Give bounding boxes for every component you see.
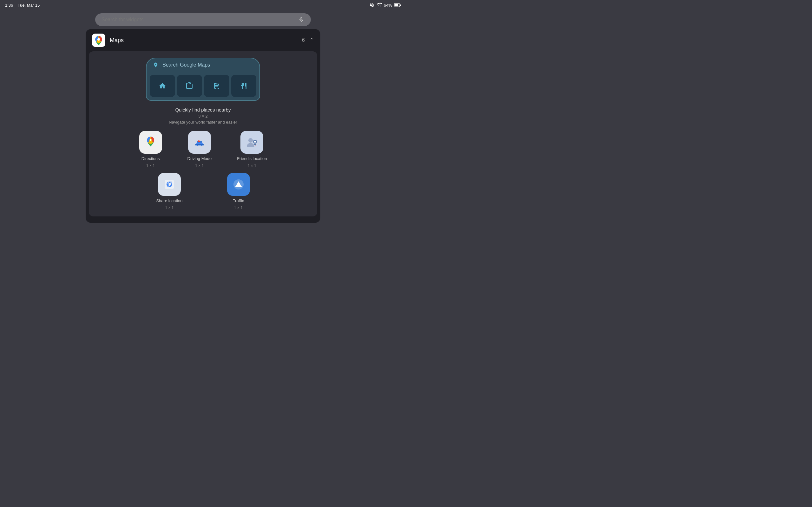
wifi-icon	[376, 3, 382, 8]
driving-size: 1 × 1	[195, 164, 204, 168]
status-icons: 64%	[369, 3, 401, 8]
svg-point-9	[248, 138, 253, 143]
traffic-size: 1 × 1	[234, 206, 243, 210]
home-action-button[interactable]	[150, 75, 175, 97]
battery-icon	[394, 3, 401, 7]
svg-rect-19	[235, 186, 242, 187]
status-time: 1:36 Tue, Mar 15	[5, 3, 40, 8]
svg-rect-1	[394, 4, 398, 6]
gas-station-icon	[213, 82, 220, 90]
maps-header-left: Maps	[92, 34, 124, 47]
mute-icon	[369, 3, 374, 8]
traffic-label: Traffic	[233, 199, 244, 203]
directions-icon-wrap	[139, 131, 162, 154]
directions-label: Directions	[142, 156, 160, 161]
maps-widget-container: Maps 6 ⌃ Search Google Maps	[86, 29, 320, 223]
share-size: 1 × 1	[165, 206, 173, 210]
svg-point-3	[97, 38, 100, 41]
battery-text: 64%	[384, 3, 392, 8]
maps-app-title: Maps	[110, 37, 124, 44]
widgets-row-2: G Share location 1 × 1 Traffic 1 ×	[150, 173, 256, 210]
widget-item-share[interactable]: G Share location 1 × 1	[156, 173, 183, 210]
restaurant-action-button[interactable]	[231, 75, 257, 97]
status-bar: 1:36 Tue, Mar 15 64%	[0, 0, 406, 10]
friends-icon-wrap	[241, 131, 263, 154]
widget-item-traffic[interactable]: Traffic 1 × 1	[227, 173, 250, 210]
svg-rect-14	[165, 180, 174, 189]
widget-preview: Search Google Maps	[89, 51, 317, 216]
gmaps-search-text: Search Google Maps	[162, 62, 210, 68]
maps-logo	[92, 34, 105, 47]
driving-label: Driving Mode	[188, 156, 212, 161]
friends-size: 1 × 1	[248, 164, 256, 168]
widget-desc-text: Navigate your world faster and easier	[169, 120, 237, 124]
share-label: Share location	[156, 199, 183, 203]
gas-action-button[interactable]	[204, 75, 229, 97]
quick-actions-bar	[146, 72, 260, 101]
svg-rect-7	[195, 144, 204, 146]
widget-description: Quickly find places nearby 3 × 2 Navigat…	[169, 107, 237, 124]
widget-item-driving[interactable]: Driving Mode 1 × 1	[188, 131, 212, 168]
svg-point-8	[244, 135, 259, 150]
maps-header-right: 6 ⌃	[302, 37, 314, 44]
directions-size: 1 × 1	[146, 164, 155, 168]
widget-item-directions[interactable]: Directions 1 × 1	[139, 131, 162, 168]
date: Tue, Mar 15	[18, 3, 40, 8]
home-icon	[159, 82, 166, 90]
svg-rect-2	[400, 4, 401, 6]
widget-item-friends[interactable]: Friend's location 1 × 1	[237, 131, 267, 168]
mic-icon[interactable]	[298, 16, 305, 23]
share-icon-wrap: G	[158, 173, 181, 196]
driving-icon-wrap	[188, 131, 211, 154]
widget-name-text: Quickly find places nearby	[169, 107, 237, 112]
traffic-icon-wrap	[227, 173, 250, 196]
widget-search-input[interactable]	[101, 17, 295, 22]
widget-size-text: 3 × 2	[169, 114, 237, 118]
clock: 1:36	[5, 3, 13, 8]
maps-header: Maps 6 ⌃	[86, 29, 320, 51]
location-pin-icon	[153, 62, 159, 68]
collapse-icon[interactable]: ⌃	[309, 37, 314, 44]
friends-label: Friend's location	[237, 156, 267, 161]
restaurant-icon	[240, 82, 247, 90]
svg-point-11	[254, 141, 256, 143]
widget-search-bar[interactable]	[95, 13, 311, 26]
svg-text:G: G	[167, 183, 169, 186]
maps-widget-count: 6	[302, 38, 305, 43]
svg-point-5	[150, 139, 152, 141]
widgets-row-1: Directions 1 × 1 Driving Mode 1 × 1	[133, 131, 273, 168]
work-action-button[interactable]	[177, 75, 202, 97]
gmaps-search-widget[interactable]: Search Google Maps	[146, 58, 260, 72]
work-icon	[186, 82, 193, 90]
